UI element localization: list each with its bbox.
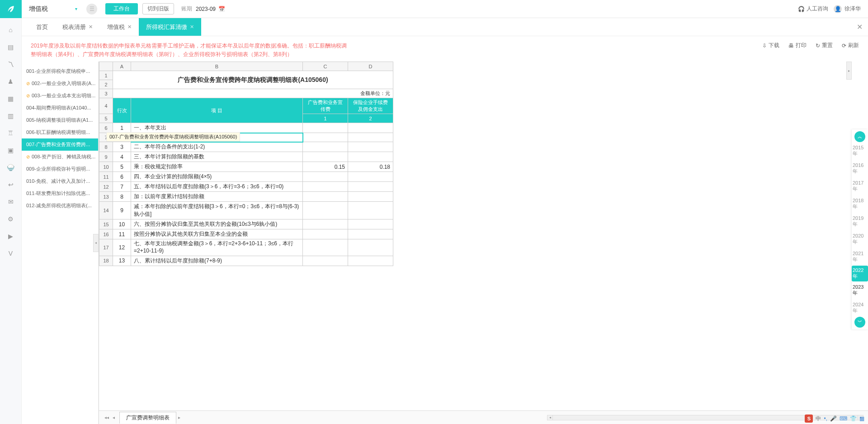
headset-icon: 🎧 (798, 6, 805, 12)
chevron-down-icon: ▾ (75, 6, 77, 11)
app-logo[interactable] (0, 0, 22, 18)
tax-type-label: 增值税 (29, 5, 48, 13)
calendar-icon[interactable]: 📅 (218, 6, 225, 12)
old-version-button[interactable]: 切到旧版 (142, 3, 174, 14)
avatar-icon: 👤 (834, 5, 842, 13)
consult-link[interactable]: 🎧 人工咨询 (798, 5, 828, 13)
user-name: 徐泽华 (844, 5, 861, 13)
tax-type-dropdown[interactable]: 增值税 ▾ (29, 5, 77, 13)
period-value[interactable]: 2023-09 (196, 6, 216, 12)
doc-icon[interactable]: ☰ (86, 4, 97, 14)
user-menu[interactable]: 👤 徐泽华 (834, 5, 861, 13)
feather-icon (6, 5, 15, 14)
consult-label: 人工咨询 (807, 5, 828, 13)
period-label: 账期 (181, 5, 192, 13)
workspace-button[interactable]: 工作台 (105, 3, 138, 14)
